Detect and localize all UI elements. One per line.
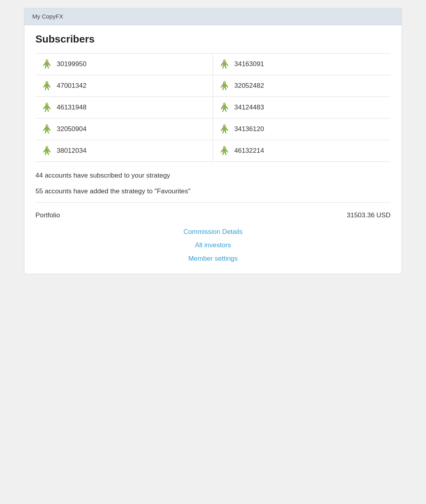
svg-point-82 (223, 146, 226, 149)
trader-icon (42, 124, 52, 134)
svg-rect-78 (45, 150, 48, 153)
svg-line-57 (48, 128, 50, 131)
subscriber-cell[interactable]: 34136120 (213, 119, 391, 140)
svg-point-43 (46, 104, 46, 104)
svg-line-12 (226, 63, 228, 66)
trader-icon (42, 59, 52, 69)
subscriber-id: 47001342 (57, 82, 87, 90)
trader-icon (42, 102, 52, 113)
svg-line-56 (44, 128, 45, 131)
subscriber-id: 38012034 (57, 147, 87, 155)
svg-point-46 (223, 103, 226, 106)
commission-details-link[interactable]: Commission Details (183, 228, 243, 236)
trader-icon (42, 81, 52, 91)
subscriber-id: 34163091 (234, 60, 264, 68)
copyfx-card: My CopyFX Subscribers 30199950 (24, 8, 402, 274)
trader-icon (219, 124, 230, 134)
stat-subscribed: 44 accounts have subscribed to your stra… (35, 170, 391, 181)
svg-rect-42 (45, 107, 48, 109)
svg-point-34 (224, 82, 224, 82)
stat-favourites: 55 accounts have added the strategy to "… (35, 186, 391, 196)
subscriber-cell[interactable]: 34163091 (213, 54, 391, 75)
trader-icon (42, 146, 52, 156)
links-section: Commission DetailsAll investorsMember se… (35, 228, 391, 263)
svg-point-19 (46, 81, 48, 84)
subscriber-cell[interactable]: 46131948 (35, 97, 213, 119)
svg-line-20 (44, 85, 45, 87)
svg-line-66 (226, 128, 228, 131)
svg-point-35 (225, 82, 225, 82)
subscriber-cell[interactable]: 38012034 (35, 140, 213, 162)
svg-point-52 (224, 104, 224, 104)
subscriber-cell[interactable]: 32052482 (213, 75, 391, 97)
svg-line-75 (48, 150, 50, 152)
svg-point-17 (225, 60, 225, 61)
svg-point-64 (223, 124, 226, 127)
card-header: My CopyFX (24, 8, 402, 25)
subscriber-cell[interactable]: 32050904 (35, 119, 213, 140)
subscriber-id: 46131948 (57, 104, 87, 111)
svg-point-73 (46, 146, 48, 149)
svg-point-28 (223, 81, 226, 84)
section-title: Subscribers (35, 33, 391, 45)
subscriber-id: 32050904 (57, 125, 87, 133)
svg-line-83 (221, 150, 223, 152)
svg-line-47 (221, 107, 223, 109)
subscriber-cell[interactable]: 46132214 (213, 140, 391, 162)
svg-point-79 (46, 147, 46, 147)
card-body: Subscribers 30199950 (24, 25, 402, 274)
all-investors-link[interactable]: All investors (195, 241, 231, 249)
svg-rect-24 (45, 85, 48, 88)
svg-point-62 (47, 125, 48, 126)
svg-line-39 (48, 107, 50, 109)
svg-point-44 (47, 104, 48, 104)
svg-rect-69 (223, 128, 226, 131)
svg-line-48 (226, 107, 228, 109)
svg-point-37 (46, 103, 48, 106)
svg-rect-87 (223, 150, 226, 153)
svg-line-29 (221, 85, 223, 87)
svg-point-70 (224, 125, 224, 126)
subscribers-grid: 30199950 34163091 (35, 53, 391, 162)
svg-line-21 (48, 85, 50, 87)
subscriber-id: 46132214 (234, 147, 264, 155)
svg-point-80 (47, 147, 48, 147)
card-header-title: My CopyFX (32, 13, 63, 20)
svg-rect-6 (45, 63, 48, 66)
svg-point-88 (224, 147, 224, 147)
svg-point-53 (225, 104, 225, 104)
svg-point-1 (46, 59, 48, 62)
svg-point-89 (225, 147, 225, 147)
svg-line-11 (221, 63, 223, 66)
stats-section: 44 accounts have subscribed to your stra… (35, 170, 391, 196)
trader-icon (219, 146, 230, 156)
svg-point-71 (225, 125, 225, 126)
svg-line-65 (221, 128, 223, 131)
svg-point-26 (47, 82, 48, 82)
svg-point-16 (224, 60, 224, 61)
trader-icon (219, 81, 230, 91)
svg-rect-60 (45, 128, 48, 131)
member-settings-link[interactable]: Member settings (188, 255, 238, 263)
svg-line-2 (44, 63, 45, 66)
portfolio-label: Portfolio (35, 211, 60, 219)
svg-point-7 (46, 60, 46, 61)
divider (35, 202, 391, 203)
trader-icon (219, 59, 230, 69)
svg-point-61 (46, 125, 46, 126)
subscriber-id: 32052482 (234, 82, 264, 90)
svg-line-3 (48, 63, 50, 66)
subscriber-cell[interactable]: 47001342 (35, 75, 213, 97)
svg-point-8 (47, 60, 48, 61)
svg-point-10 (223, 59, 226, 62)
subscriber-cell[interactable]: 30199950 (35, 54, 213, 75)
svg-line-84 (226, 150, 228, 152)
svg-rect-51 (223, 107, 226, 109)
trader-icon (219, 102, 230, 113)
svg-line-74 (44, 150, 45, 152)
svg-rect-15 (223, 63, 226, 66)
subscriber-cell[interactable]: 34124483 (213, 97, 391, 119)
svg-rect-33 (223, 85, 226, 88)
subscriber-id: 34136120 (234, 125, 264, 133)
svg-point-25 (46, 82, 46, 82)
